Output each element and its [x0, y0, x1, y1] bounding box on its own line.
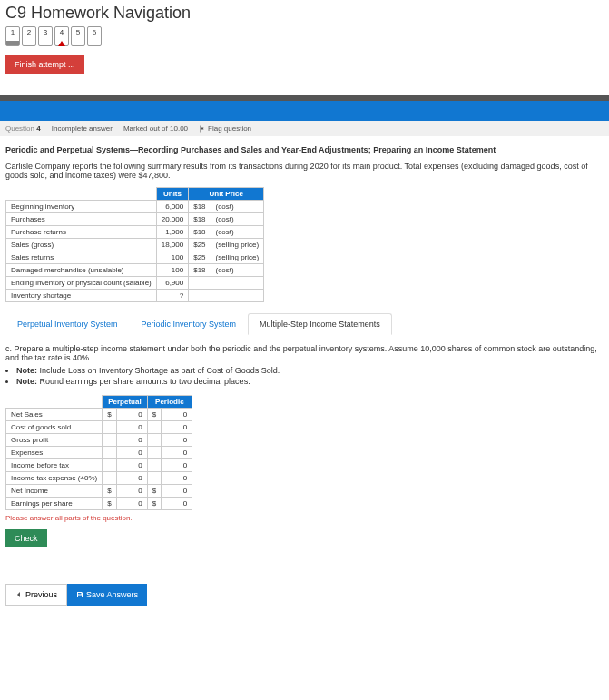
answer-input[interactable]: 0 — [162, 459, 192, 472]
answer-input[interactable]: 0 — [162, 485, 192, 498]
answer-input[interactable]: 0 — [116, 498, 147, 510]
page-header: C9 Homework Navigation 1 2 3 4 5 6 Finis… — [0, 0, 609, 77]
tab-periodic[interactable]: Periodic Inventory System — [130, 313, 249, 335]
table-row: Gross profit00 — [6, 434, 192, 447]
col-periodic: Periodic — [147, 396, 192, 409]
answer-input[interactable]: 0 — [116, 421, 147, 434]
note-2: Note: Round earnings per share amounts t… — [16, 377, 604, 386]
question-status: Incomplete answer — [52, 124, 113, 133]
answer-input[interactable]: 0 — [116, 434, 147, 447]
answer-input[interactable]: 0 — [162, 434, 192, 447]
validation-error: Please answer all parts of the question. — [5, 514, 604, 522]
answer-input[interactable]: 0 — [116, 472, 147, 485]
check-button[interactable]: Check — [5, 529, 47, 547]
col-unit-price: Unit Price — [189, 188, 264, 201]
tab-multistep[interactable]: Multiple-Step Income Statements — [248, 313, 392, 335]
table-row: Ending inventory or physical count (sala… — [6, 277, 264, 290]
part-c-instruction: c. Prepare a multiple-step income statem… — [5, 344, 604, 362]
answer-table: Perpetual Periodic Net Sales$0$0Cost of … — [5, 395, 192, 510]
question-meta: Question 4 Incomplete answer Marked out … — [0, 121, 609, 136]
answer-input[interactable]: 0 — [116, 447, 147, 459]
answer-input[interactable]: 0 — [162, 421, 192, 434]
answer-input[interactable]: 0 — [116, 485, 147, 498]
banner-bar — [0, 95, 609, 121]
table-row: Beginning inventory6,000$18(cost) — [6, 201, 264, 213]
table-row: Income tax expense (40%)00 — [6, 472, 192, 485]
save-icon — [76, 591, 83, 598]
table-row: Inventory shortage? — [6, 290, 264, 302]
answer-input[interactable]: 0 — [116, 409, 147, 421]
summary-data-table: Units Unit Price Beginning inventory6,00… — [5, 187, 264, 302]
col-perpetual: Perpetual — [103, 396, 147, 409]
question-intro: Carlisle Company reports the following s… — [5, 162, 604, 180]
nav-box-2[interactable]: 2 — [22, 26, 36, 46]
col-units: Units — [156, 188, 188, 201]
nav-box-6[interactable]: 6 — [87, 26, 102, 46]
finish-attempt-button[interactable]: Finish attempt ... — [5, 55, 84, 74]
table-row: Expenses00 — [6, 447, 192, 459]
nav-box-4[interactable]: 4 — [54, 26, 69, 46]
table-row: Earnings per share$0$0 — [6, 498, 192, 510]
question-marks: Marked out of 10.00 — [123, 124, 188, 133]
note-1: Note: Include Loss on Inventory Shortage… — [16, 366, 604, 375]
tab-perpetual[interactable]: Perpetual Inventory System — [5, 313, 130, 335]
question-nav: 1 2 3 4 5 6 — [5, 26, 604, 46]
answer-input[interactable]: 0 — [162, 472, 192, 485]
table-row: Damaged merchandise (unsalable)100$18(co… — [6, 264, 264, 277]
table-row: Net Income$0$0 — [6, 485, 192, 498]
answer-input[interactable]: 0 — [162, 447, 192, 459]
flag-icon — [199, 125, 206, 133]
bottom-nav: Previous Save Answers — [5, 584, 604, 606]
chevron-left-icon — [15, 591, 23, 598]
nav-box-1[interactable]: 1 — [5, 26, 20, 46]
table-row: Cost of goods sold00 — [6, 421, 192, 434]
notes-list: Note: Include Loss on Inventory Shortage… — [5, 366, 604, 386]
question-content: Periodic and Perpetual Systems—Recording… — [0, 136, 609, 615]
table-row: Sales returns100$25(selling price) — [6, 251, 264, 264]
system-tabs: Perpetual Inventory System Periodic Inve… — [5, 313, 604, 335]
table-row: Net Sales$0$0 — [6, 409, 192, 421]
table-row: Purchase returns1,000$18(cost) — [6, 226, 264, 239]
flag-question-link[interactable]: Flag question — [199, 124, 251, 133]
nav-box-3[interactable]: 3 — [38, 26, 53, 46]
answer-input[interactable]: 0 — [162, 409, 192, 421]
answer-input[interactable]: 0 — [116, 459, 147, 472]
page-title: C9 Homework Navigation — [5, 4, 604, 23]
table-row: Purchases20,000$18(cost) — [6, 213, 264, 226]
answer-input[interactable]: 0 — [162, 498, 192, 510]
nav-box-5[interactable]: 5 — [71, 26, 85, 46]
table-row: Sales (gross)18,000$25(selling price) — [6, 239, 264, 251]
previous-button[interactable]: Previous — [5, 584, 67, 606]
question-number: Question 4 — [5, 124, 41, 133]
table-row: Income before tax00 — [6, 459, 192, 472]
question-title: Periodic and Perpetual Systems—Recording… — [5, 145, 604, 154]
save-answers-button[interactable]: Save Answers — [67, 584, 147, 606]
